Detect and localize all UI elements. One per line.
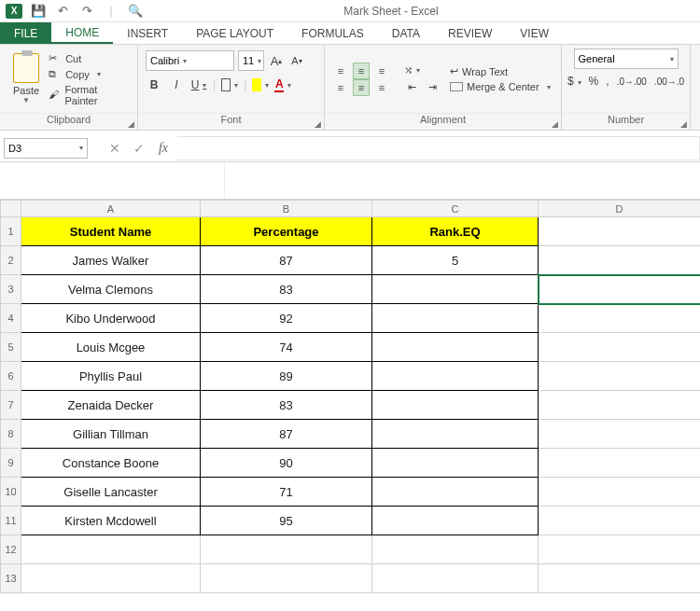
decrease-font-icon[interactable]: A▾ bbox=[288, 52, 305, 69]
increase-font-icon[interactable]: A▴ bbox=[268, 52, 285, 69]
col-header[interactable]: D bbox=[539, 201, 701, 217]
cell[interactable] bbox=[539, 333, 701, 362]
row-header[interactable]: 5 bbox=[1, 333, 21, 362]
row-header[interactable]: 11 bbox=[1, 507, 21, 535]
cell[interactable]: Percentage bbox=[201, 217, 372, 246]
cell[interactable] bbox=[372, 478, 539, 507]
align-center-icon[interactable]: ≡ bbox=[353, 79, 370, 96]
tab-insert[interactable]: INSERT bbox=[113, 22, 182, 44]
cell[interactable] bbox=[372, 391, 539, 420]
cut-button[interactable]: ✂Cut bbox=[49, 52, 130, 65]
cell[interactable]: Velma Clemons bbox=[21, 275, 201, 304]
format-painter-button[interactable]: 🖌Format Painter bbox=[49, 84, 130, 106]
row-header[interactable]: 10 bbox=[1, 478, 21, 507]
cell[interactable]: 83 bbox=[201, 275, 372, 304]
col-header[interactable]: C bbox=[372, 201, 539, 217]
cell[interactable] bbox=[539, 362, 701, 391]
cell[interactable] bbox=[372, 362, 539, 391]
cell[interactable]: Giselle Lancaster bbox=[21, 478, 201, 507]
tab-formulas[interactable]: FORMULAS bbox=[287, 22, 378, 44]
italic-button[interactable]: I bbox=[168, 76, 185, 93]
enter-icon[interactable]: ✓ bbox=[127, 136, 151, 160]
print-preview-icon[interactable]: 🔍 bbox=[127, 3, 144, 20]
cell[interactable] bbox=[372, 449, 539, 478]
increase-indent-icon[interactable]: ⇥ bbox=[424, 79, 441, 96]
fill-color-button[interactable]: ▾ bbox=[252, 76, 269, 93]
cell[interactable] bbox=[539, 535, 701, 564]
cell[interactable]: Zenaida Decker bbox=[21, 391, 201, 420]
decrease-decimal-icon[interactable]: .00→.0 bbox=[654, 76, 684, 87]
fx-icon[interactable]: fx bbox=[151, 136, 175, 160]
cell[interactable] bbox=[539, 564, 701, 593]
cell[interactable] bbox=[372, 507, 539, 535]
worksheet-grid[interactable]: A B C D 1 Student Name Percentage Rank.E… bbox=[0, 200, 700, 593]
number-format-select[interactable]: General▾ bbox=[574, 49, 679, 69]
font-color-button[interactable]: A▾ bbox=[274, 76, 291, 93]
row-header[interactable]: 6 bbox=[1, 362, 21, 391]
cell[interactable]: 92 bbox=[201, 304, 372, 333]
cell[interactable]: Louis Mcgee bbox=[21, 333, 201, 362]
decrease-indent-icon[interactable]: ⇤ bbox=[403, 79, 420, 96]
cell[interactable] bbox=[539, 420, 701, 449]
copy-button[interactable]: ⧉Copy▾ bbox=[49, 68, 130, 81]
row-header[interactable]: 4 bbox=[1, 304, 21, 333]
cell[interactable]: 90 bbox=[201, 449, 372, 478]
formula-input[interactable] bbox=[177, 136, 700, 160]
tab-pagelayout[interactable]: PAGE LAYOUT bbox=[182, 22, 287, 44]
cell[interactable] bbox=[539, 449, 701, 478]
col-header[interactable]: A bbox=[21, 201, 201, 217]
cell[interactable]: 87 bbox=[201, 246, 372, 275]
border-button[interactable]: ▾ bbox=[221, 76, 238, 93]
paste-button[interactable]: Paste ▼ bbox=[7, 53, 45, 104]
row-header[interactable]: 2 bbox=[1, 246, 21, 275]
tab-review[interactable]: REVIEW bbox=[434, 22, 506, 44]
cell[interactable] bbox=[372, 564, 539, 593]
align-middle-icon[interactable]: ≡ bbox=[353, 62, 370, 79]
cell[interactable]: 5 bbox=[372, 246, 539, 275]
cell[interactable]: Kibo Underwood bbox=[21, 304, 201, 333]
cell[interactable] bbox=[201, 535, 372, 564]
align-left-icon[interactable]: ≡ bbox=[332, 79, 349, 96]
row-header[interactable]: 8 bbox=[1, 420, 21, 449]
cell[interactable]: 87 bbox=[201, 420, 372, 449]
cell[interactable] bbox=[539, 246, 701, 275]
dialog-launcher-icon[interactable]: ◢ bbox=[552, 119, 558, 129]
orientation-icon[interactable]: ⤭▾ bbox=[403, 62, 420, 79]
dialog-launcher-icon[interactable]: ◢ bbox=[128, 119, 134, 129]
cell[interactable]: Gillian Tillman bbox=[21, 420, 201, 449]
row-header[interactable]: 3 bbox=[1, 275, 21, 304]
cell[interactable] bbox=[201, 564, 372, 593]
cell[interactable] bbox=[372, 304, 539, 333]
comma-icon[interactable]: , bbox=[606, 75, 609, 88]
cell[interactable] bbox=[539, 304, 701, 333]
row-header[interactable]: 13 bbox=[1, 564, 21, 593]
cell[interactable] bbox=[372, 275, 539, 304]
currency-icon[interactable]: $▾ bbox=[567, 75, 581, 88]
font-size-select[interactable]: 11▾ bbox=[238, 50, 264, 71]
cell[interactable] bbox=[372, 420, 539, 449]
cell[interactable] bbox=[21, 535, 201, 564]
cell[interactable]: 71 bbox=[201, 478, 372, 507]
cell[interactable] bbox=[539, 507, 701, 535]
select-all-corner[interactable] bbox=[1, 201, 21, 217]
save-icon[interactable]: 💾 bbox=[30, 3, 47, 20]
cell[interactable]: 83 bbox=[201, 391, 372, 420]
cell[interactable]: Kirsten Mcdowell bbox=[21, 507, 201, 535]
selected-cell[interactable] bbox=[539, 275, 701, 304]
underline-button[interactable]: U▾ bbox=[190, 76, 207, 93]
cell[interactable]: 89 bbox=[201, 362, 372, 391]
align-bottom-icon[interactable]: ≡ bbox=[373, 62, 390, 79]
increase-decimal-icon[interactable]: .0→.00 bbox=[617, 76, 647, 87]
tab-data[interactable]: DATA bbox=[378, 22, 434, 44]
name-box[interactable]: D3▾ bbox=[4, 138, 88, 159]
align-right-icon[interactable]: ≡ bbox=[373, 79, 390, 96]
dialog-launcher-icon[interactable]: ◢ bbox=[680, 119, 687, 129]
cell[interactable] bbox=[372, 333, 539, 362]
merge-center-button[interactable]: Merge & Center▾ bbox=[450, 81, 551, 92]
cell[interactable] bbox=[539, 478, 701, 507]
row-header[interactable]: 9 bbox=[1, 449, 21, 478]
cell[interactable]: 74 bbox=[201, 333, 372, 362]
align-top-icon[interactable]: ≡ bbox=[332, 62, 349, 79]
wrap-text-button[interactable]: ↩Wrap Text bbox=[450, 65, 551, 77]
bold-button[interactable]: B bbox=[146, 76, 162, 93]
